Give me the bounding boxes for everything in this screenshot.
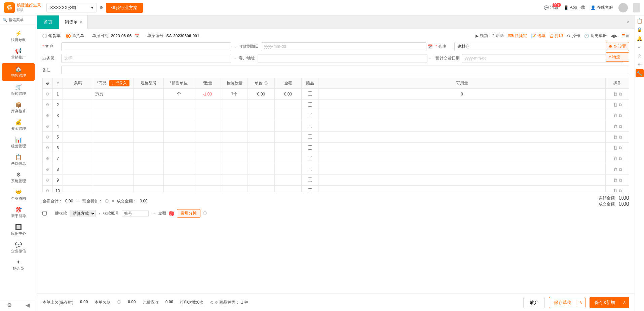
radio-return-order[interactable]: 退货单 bbox=[66, 33, 84, 39]
row-gift-cell[interactable] bbox=[302, 143, 318, 153]
row-spec-cell[interactable] bbox=[134, 164, 164, 175]
row-barcode-cell[interactable] bbox=[63, 132, 93, 143]
row-price-cell[interactable] bbox=[248, 186, 275, 192]
row-copy-icon[interactable]: ⧉ bbox=[619, 145, 622, 151]
row-qty-cell[interactable] bbox=[194, 153, 221, 164]
address-more-icon[interactable]: ··· bbox=[429, 56, 433, 61]
tab-main-close-icon[interactable]: × bbox=[624, 20, 632, 25]
row-pkg-qty-cell[interactable]: 1个 bbox=[221, 89, 248, 100]
row-spec-cell[interactable] bbox=[134, 100, 164, 110]
sidebar-item-sales[interactable]: 🏠 销售管理 bbox=[2, 63, 35, 81]
sidebar-item-quick-nav[interactable]: ⚡ 快捷导航 bbox=[0, 28, 37, 45]
company-selector[interactable]: XXXXXX公司 ▾ bbox=[46, 3, 97, 12]
row-barcode-cell[interactable] bbox=[63, 89, 93, 100]
row-product-cell[interactable] bbox=[93, 153, 134, 164]
save-draft-button[interactable]: 保存草稿 ∧ bbox=[549, 297, 585, 308]
sidebar-settings-icon[interactable]: ⚙ bbox=[7, 302, 12, 308]
calendar-icon[interactable]: 📅 bbox=[134, 34, 139, 38]
rs-lock-icon[interactable]: 🔒 bbox=[636, 26, 644, 34]
warehouse-input[interactable]: 建材仓 bbox=[454, 42, 624, 51]
payment-calendar-icon[interactable]: 📅 bbox=[428, 44, 433, 49]
row-amount-cell[interactable] bbox=[275, 186, 302, 192]
sidebar-item-finance[interactable]: 💰 资金管理 bbox=[0, 116, 37, 134]
sidebar-item-collab[interactable]: 🤝 企业协同 bbox=[0, 186, 37, 204]
row-product-cell[interactable] bbox=[93, 100, 134, 110]
row-spec-cell[interactable] bbox=[134, 153, 164, 164]
row-amount-cell[interactable] bbox=[275, 121, 302, 132]
row-copy-icon[interactable]: ⧉ bbox=[619, 167, 622, 172]
row-spec-cell[interactable] bbox=[134, 110, 164, 121]
row-amount-cell[interactable] bbox=[275, 100, 302, 110]
row-barcode-cell[interactable] bbox=[63, 121, 93, 132]
row-price-cell[interactable] bbox=[248, 153, 275, 164]
rs-star-icon[interactable]: ☆ bbox=[636, 52, 644, 60]
row-amount-cell[interactable] bbox=[275, 143, 302, 153]
one-click-pay-checkbox[interactable] bbox=[42, 211, 47, 216]
account-input[interactable] bbox=[122, 210, 149, 217]
row-delete-icon[interactable]: 🗑 bbox=[613, 91, 617, 97]
row-delete-icon[interactable]: 🗑 bbox=[613, 188, 617, 192]
row-delete-icon[interactable]: 🗑 bbox=[613, 124, 617, 129]
row-pkg-qty-cell[interactable] bbox=[221, 175, 248, 186]
sidebar-item-vip[interactable]: ✦ 畅会员 bbox=[0, 256, 37, 274]
row-delete-icon[interactable]: 🗑 bbox=[613, 102, 617, 108]
row-barcode-cell[interactable] bbox=[63, 186, 93, 192]
row-pkg-qty-cell[interactable] bbox=[221, 164, 248, 175]
row-pkg-qty-cell[interactable] bbox=[221, 100, 248, 110]
row-product-cell[interactable] bbox=[93, 164, 134, 175]
toolbar-history[interactable]: 🕐 历史单据 bbox=[584, 33, 607, 39]
row-unit-cell[interactable] bbox=[164, 100, 194, 110]
row-gift-cell[interactable] bbox=[302, 100, 318, 110]
customer-address-input[interactable] bbox=[258, 54, 427, 63]
row-pkg-qty-cell[interactable] bbox=[221, 121, 248, 132]
row-delete-icon[interactable]: 🗑 bbox=[613, 167, 617, 172]
row-qty-cell[interactable] bbox=[194, 143, 221, 153]
row-spec-cell[interactable] bbox=[134, 186, 164, 192]
row-product-cell[interactable] bbox=[93, 175, 134, 186]
row-price-cell[interactable] bbox=[248, 110, 275, 121]
row-barcode-cell[interactable] bbox=[63, 143, 93, 153]
payment-date-input[interactable]: yyyy-mm-dd bbox=[261, 42, 426, 51]
sidebar-search[interactable]: 🔍 搜索菜单 bbox=[0, 15, 37, 25]
rs-check-icon[interactable]: ✓ bbox=[636, 43, 644, 51]
row-spec-cell[interactable] bbox=[134, 121, 164, 132]
row-product-cell[interactable] bbox=[93, 186, 134, 192]
row-price-cell[interactable] bbox=[248, 175, 275, 186]
row-copy-icon[interactable]: ⧉ bbox=[619, 124, 622, 129]
row-copy-icon[interactable]: ⧉ bbox=[619, 188, 622, 192]
trial-button[interactable]: 体验行业方案 bbox=[106, 3, 143, 13]
row-copy-icon[interactable]: ⧉ bbox=[619, 134, 622, 140]
toolbar-print[interactable]: 🖨 打印 bbox=[550, 33, 563, 39]
row-pkg-qty-cell[interactable] bbox=[221, 110, 248, 121]
logistics-float-button[interactable]: + 物流 bbox=[606, 52, 629, 62]
delivery-date-input[interactable]: yyyy-mm-dd bbox=[462, 54, 623, 63]
row-unit-cell[interactable] bbox=[164, 143, 194, 153]
row-qty-cell[interactable] bbox=[194, 132, 221, 143]
row-spec-cell[interactable] bbox=[134, 175, 164, 186]
row-unit-cell[interactable]: 个 bbox=[164, 89, 194, 100]
row-amount-cell[interactable] bbox=[275, 164, 302, 175]
row-barcode-cell[interactable] bbox=[63, 100, 93, 110]
tab-sales-order[interactable]: 销货单 × bbox=[59, 15, 88, 29]
row-gift-cell[interactable] bbox=[302, 89, 318, 100]
row-barcode-cell[interactable] bbox=[63, 175, 93, 186]
sidebar-item-operations[interactable]: 📊 经营管理 bbox=[0, 134, 37, 151]
sidebar-item-marketing[interactable]: 📢 营销推广 bbox=[0, 45, 37, 63]
expense-btn[interactable]: 费用分摊 bbox=[177, 209, 200, 218]
row-copy-icon[interactable]: ⧉ bbox=[619, 178, 622, 183]
row-amount-cell[interactable] bbox=[275, 153, 302, 164]
salesperson-more-icon[interactable]: ··· bbox=[232, 56, 236, 61]
row-product-cell[interactable] bbox=[93, 110, 134, 121]
tab-close-icon[interactable]: × bbox=[80, 20, 82, 25]
toolbar-help[interactable]: ? 帮助 bbox=[492, 33, 504, 39]
settlement-method-select[interactable]: 结算方式 bbox=[70, 210, 96, 217]
rs-tool-icon[interactable]: 🔧 bbox=[636, 69, 644, 77]
scan-button[interactable]: 扫码录入 bbox=[109, 80, 129, 86]
row-qty-cell[interactable] bbox=[194, 110, 221, 121]
row-copy-icon[interactable]: ⧉ bbox=[619, 91, 622, 97]
online-service-item[interactable]: 👤 在线客服 bbox=[591, 5, 613, 10]
row-unit-cell[interactable] bbox=[164, 110, 194, 121]
row-barcode-cell[interactable] bbox=[63, 164, 93, 175]
user-avatar[interactable] bbox=[618, 3, 628, 12]
row-delete-icon[interactable]: 🗑 bbox=[613, 113, 617, 118]
